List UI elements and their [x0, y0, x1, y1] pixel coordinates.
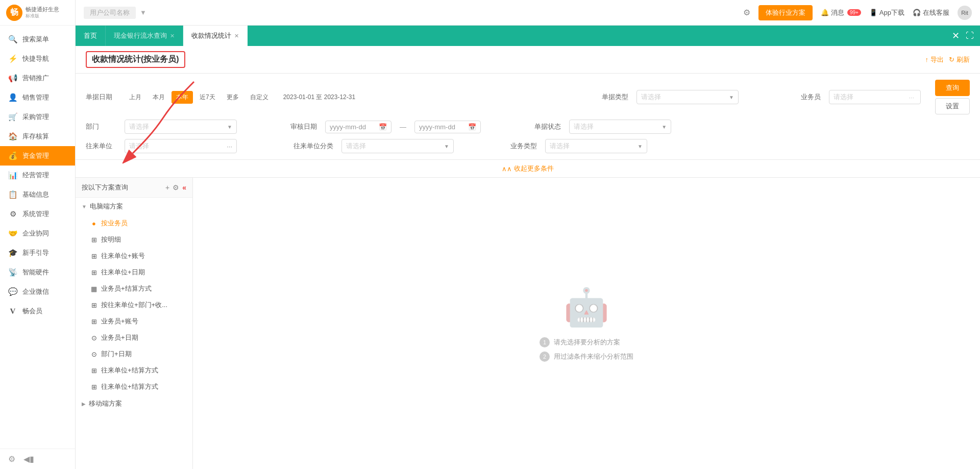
scheme-item-icon: ⊙: [90, 350, 98, 358]
date-tab-custom[interactable]: 自定义: [246, 91, 273, 104]
doc-status-select[interactable]: 请选择 ▼: [569, 120, 671, 134]
tab-close-all-icon[interactable]: ✕: [952, 30, 960, 41]
date-tab-last-month[interactable]: 上月: [125, 91, 146, 104]
export-button[interactable]: ↑ 导出: [925, 55, 944, 64]
empty-tips: 1 请先选择要分析的方案 2 用过滤条件来缩小分析范围: [540, 337, 633, 362]
notification-badge: 99+: [847, 9, 861, 16]
sidebar-item-sales[interactable]: 👤 销售管理: [0, 88, 75, 107]
settings-button[interactable]: 设置: [935, 98, 970, 114]
sidebar-item-enterprise[interactable]: 🤝 企业协同: [0, 224, 75, 243]
scheme-item-label: 按往来单位+部门+收...: [101, 300, 167, 310]
date-tabs: 上月 本月 本年 近7天 更多 自定义: [125, 91, 273, 104]
scheme-item-partner-date[interactable]: ⊞ 往来单位+日期: [76, 264, 192, 280]
tip-2-text: 用过滤条件来缩小分析范围: [554, 352, 633, 361]
sidebar-item-quick-nav[interactable]: ⚡ 快捷导航: [0, 49, 75, 68]
review-date-start[interactable]: yyyy-mm-dd 📅: [325, 121, 391, 133]
scheme-item-icon: ⊞: [90, 318, 98, 325]
scheme-item-icon: ▦: [90, 285, 98, 293]
tab-home[interactable]: 首页: [76, 26, 106, 46]
doc-type-select[interactable]: 请选择 ▼: [636, 90, 739, 104]
sidebar-item-label: 智能硬件: [22, 268, 49, 277]
partner-category-select[interactable]: 请选择 ▼: [341, 139, 454, 153]
page-content: 收款情况统计(按业务员) ↑ 导出 ↻ 刷新 单据日期 上月 本月 本年: [76, 46, 980, 469]
scheme-item-salesman-settlement[interactable]: ▦ 业务员+结算方式: [76, 280, 192, 297]
query-button[interactable]: 查询: [935, 80, 970, 96]
calendar-end-icon[interactable]: 📅: [468, 123, 476, 131]
receipt-stat-tab-label: 收款情况统计: [191, 31, 231, 40]
scheme-item-dept-date[interactable]: ⊙ 部门+日期: [76, 346, 192, 362]
query-actions: 查询 设置: [935, 80, 970, 114]
tab-bank-flow[interactable]: 现金银行流水查询 ✕: [106, 26, 183, 46]
refresh-button[interactable]: ↻ 刷新: [949, 55, 970, 64]
sidebar-item-purchase[interactable]: 🛒 采购管理: [0, 107, 75, 127]
sidebar-item-guide[interactable]: 🎓 新手引导: [0, 243, 75, 263]
sidebar-item-operation[interactable]: 📊 经营管理: [0, 166, 75, 185]
scheme-item-by-detail[interactable]: ⊞ 按明细: [76, 231, 192, 248]
scheme-add-button[interactable]: +: [165, 183, 169, 192]
partner-select[interactable]: 请选择 ···: [125, 139, 237, 153]
partner-more-icon[interactable]: ···: [227, 143, 232, 150]
scheme-group-mobile[interactable]: ▶ 移动端方案: [76, 395, 192, 412]
app-download-item[interactable]: 📱 App下载: [869, 8, 904, 17]
sidebar-item-label: 销售管理: [22, 93, 49, 102]
biz-type-select[interactable]: 请选择 ▼: [545, 139, 647, 153]
scheme-item-salesman-date[interactable]: ⊙ 业务员+日期: [76, 330, 192, 346]
collapse-button[interactable]: ∧∧ 收起更多条件: [502, 164, 554, 173]
scheme-item-label: 业务员+账号: [101, 317, 138, 326]
sidebar-item-search-menu[interactable]: 🔍 搜索菜单: [0, 30, 75, 49]
sidebar-item-system[interactable]: ⚙ 系统管理: [0, 204, 75, 224]
sidebar-item-member[interactable]: V 畅会员: [0, 301, 75, 321]
wechat-icon: 💬: [8, 287, 17, 296]
scheme-settings-button[interactable]: ⚙: [173, 183, 179, 192]
settings-footer-icon[interactable]: ⚙: [8, 454, 15, 464]
sidebar-item-basic[interactable]: 📋 基础信息: [0, 185, 75, 204]
scheme-group-desktop[interactable]: ▼ 电脑端方案: [76, 198, 192, 215]
dropdown-arrow-icon[interactable]: ▼: [140, 9, 146, 16]
date-tab-7days[interactable]: 近7天: [195, 91, 220, 104]
content-area: 按以下方案查询 + ⚙ « ▼ 电脑端方案 ● 按业务员: [76, 178, 980, 469]
scheme-item-partner-settlement2[interactable]: ⊞ 往来单位+结算方式: [76, 379, 192, 395]
review-date-end[interactable]: yyyy-mm-dd 📅: [414, 121, 481, 133]
sidebar-item-finance[interactable]: 💰 资金管理: [0, 146, 75, 166]
sidebar-item-inventory[interactable]: 🏠 库存核算: [0, 127, 75, 146]
review-date-label: 审核日期: [290, 122, 317, 131]
date-tab-more[interactable]: 更多: [222, 91, 243, 104]
tab-receipt-stat[interactable]: 收款情况统计 ✕: [183, 26, 248, 46]
sidebar-item-wechat[interactable]: 💬 企业微信: [0, 282, 75, 301]
trial-button[interactable]: 体验行业方案: [758, 5, 813, 20]
top-gear-icon[interactable]: ⚙: [743, 8, 750, 17]
notification-item[interactable]: 🔔 消息 99+: [821, 8, 861, 17]
sidebar-item-smart-hw[interactable]: 📡 智能硬件: [0, 263, 75, 282]
group-arrow-down-icon: ▼: [82, 204, 87, 209]
empty-state: 🤖 1 请先选择要分析的方案 2 用过滤条件来缩小分析范围: [193, 178, 980, 469]
sidebar-item-label: 企业协同: [22, 229, 49, 238]
scheme-item-by-salesman[interactable]: ● 按业务员: [76, 215, 192, 231]
page-header: 收款情况统计(按业务员) ↑ 导出 ↻ 刷新: [76, 46, 980, 74]
tab-receipt-stat-close[interactable]: ✕: [234, 33, 239, 39]
operation-icon: 📊: [8, 171, 17, 180]
top-left: 用户公司名称 ▼: [84, 7, 146, 19]
tab-bank-flow-close[interactable]: ✕: [170, 33, 175, 39]
scheme-item-salesman-account[interactable]: ⊞ 业务员+账号: [76, 313, 192, 330]
salesman-select[interactable]: 请选择 ···: [829, 90, 921, 104]
scheme-item-label: 按业务员: [101, 219, 128, 228]
calendar-icon[interactable]: 📅: [379, 123, 387, 131]
scheme-item-partner-account[interactable]: ⊞ 往来单位+账号: [76, 248, 192, 264]
tip-2-num: 2: [540, 351, 550, 362]
user-avatar[interactable]: Rit: [958, 6, 972, 20]
scheme-item-partner-dept[interactable]: ⊞ 按往来单位+部门+收...: [76, 297, 192, 313]
salesman-more-icon[interactable]: ···: [909, 93, 914, 101]
sidebar-item-marketing[interactable]: 📢 营销推广: [0, 68, 75, 88]
group-arrow-right-icon: ▶: [82, 401, 86, 407]
dept-select[interactable]: 请选择 ▼: [125, 120, 237, 134]
sidebar-item-label: 采购管理: [22, 112, 49, 122]
date-tab-this-month[interactable]: 本月: [148, 91, 169, 104]
online-service-item[interactable]: 🎧 在线客服: [913, 8, 949, 17]
scheme-collapse-button[interactable]: «: [182, 183, 186, 192]
scheme-item-partner-settlement1[interactable]: ⊞ 往来单位+结算方式: [76, 362, 192, 379]
sidebar-menu: 🔍 搜索菜单 ⚡ 快捷导航 📢 营销推广 👤 销售管理 🛒 采购管理 🏠 库存核…: [0, 26, 75, 449]
scheme-item-icon: ⊞: [90, 236, 98, 244]
tab-expand-icon[interactable]: ⛶: [966, 31, 974, 40]
date-tab-this-year[interactable]: 本年: [172, 91, 193, 104]
collapse-sidebar-icon[interactable]: ◀▮: [23, 454, 34, 464]
